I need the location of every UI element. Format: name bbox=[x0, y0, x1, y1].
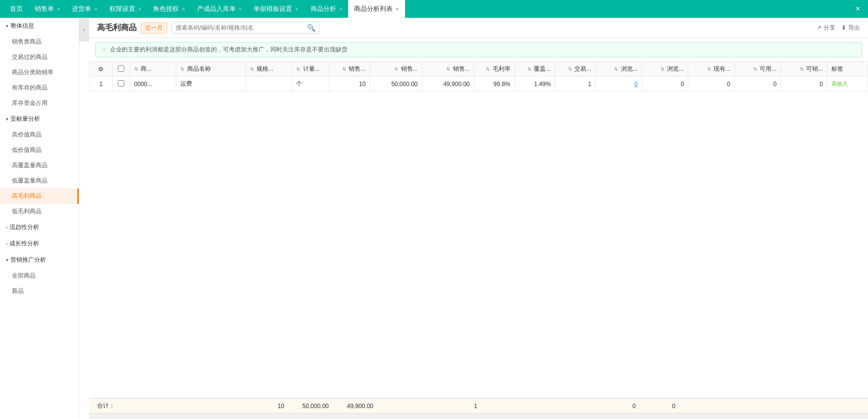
sidebar-item-category-sales-rate[interactable]: 商品分类助销率 bbox=[0, 65, 79, 80]
sidebar-item-low-margin-goods[interactable]: 低毛利商品 bbox=[0, 204, 79, 219]
row-browse2: 0 bbox=[642, 77, 688, 92]
table-container[interactable]: ⚙ ⇅ 商... ⇅ 商品名称 bbox=[89, 61, 868, 398]
close-permission-settings[interactable]: × bbox=[138, 6, 141, 12]
sort-trade-icon: ⇅ bbox=[568, 66, 572, 72]
close-product-analysis-list[interactable]: × bbox=[396, 6, 399, 12]
table-header-row: ⚙ ⇅ 商... ⇅ 商品名称 bbox=[90, 62, 868, 77]
sidebar-section-marketing[interactable]: ▾ 营销推广分析 bbox=[0, 252, 79, 268]
col-header-sales-qty[interactable]: ⇅ 销售... bbox=[329, 62, 370, 77]
col-header-tag: 标签 bbox=[827, 62, 868, 77]
sidebar-item-stock-capital[interactable]: 库存资金占用 bbox=[0, 95, 79, 111]
row-spec bbox=[246, 77, 292, 92]
sidebar-item-new-goods[interactable]: 新品 bbox=[0, 283, 79, 299]
sort-gross-rate-icon: ⇅ bbox=[486, 66, 490, 72]
sidebar-item-in-stock-goods[interactable]: 有库存的商品 bbox=[0, 80, 79, 95]
sort-curr3-icon: ⇅ bbox=[800, 66, 804, 72]
share-icon: ↗ bbox=[817, 24, 821, 31]
close-purchase-order[interactable]: × bbox=[94, 6, 97, 12]
col-header-trade[interactable]: ⇅ 交易... bbox=[555, 62, 596, 77]
collapse-growth-icon: › bbox=[6, 241, 7, 246]
row-sales-qty: 10 bbox=[329, 77, 370, 92]
sort-name-icon: ⇅ bbox=[180, 66, 184, 72]
sidebar-item-low-coverage-goods[interactable]: 低覆盖量商品 bbox=[0, 173, 79, 188]
close-sales-order[interactable]: × bbox=[57, 6, 60, 12]
sidebar-item-low-value-goods[interactable]: 低价值商品 bbox=[0, 142, 79, 158]
col-header-sales-amt[interactable]: ⇅ 销售... bbox=[370, 62, 422, 77]
sidebar-collapse-button[interactable]: ‹ bbox=[79, 18, 89, 42]
nav-template-settings[interactable]: 单据模板设置 × bbox=[248, 0, 304, 18]
close-role-auth[interactable]: × bbox=[182, 6, 185, 12]
close-product-analysis[interactable]: × bbox=[339, 6, 342, 12]
row-gross-rate: 99.8% bbox=[474, 77, 514, 92]
horizontal-scrollbar[interactable] bbox=[89, 413, 868, 419]
row-browse1[interactable]: 0 bbox=[596, 77, 642, 92]
share-button[interactable]: ↗ 分享 bbox=[817, 24, 835, 32]
row-num: 1 bbox=[90, 77, 113, 92]
col-header-code[interactable]: ⇅ 商... bbox=[130, 62, 176, 77]
header-actions: ↗ 分享 ⬇ 导出 bbox=[817, 24, 860, 32]
sidebar-section-overview[interactable]: ▾ 整体信息 bbox=[0, 18, 79, 34]
sidebar-item-traded-goods[interactable]: 交易过的商品 bbox=[0, 49, 79, 65]
footer-label: 合计： bbox=[97, 402, 115, 410]
col-header-browse2[interactable]: ⇅ 浏览... bbox=[642, 62, 688, 77]
nav-product-analysis-list[interactable]: 商品分析列表 × bbox=[348, 0, 405, 18]
nav-role-auth[interactable]: 角色授权 × bbox=[147, 0, 191, 18]
footer-spacer5 bbox=[521, 403, 561, 410]
close-product-inbound[interactable]: × bbox=[239, 6, 242, 12]
sidebar-section-contribution[interactable]: ▾ 贡献量分析 bbox=[0, 111, 79, 127]
col-header-curr2[interactable]: ⇅ 可用... bbox=[734, 62, 781, 77]
sidebar-item-sales-goods[interactable]: 销售类商品 bbox=[0, 34, 79, 49]
sidebar-section-growth[interactable]: › 成长性分析 bbox=[0, 235, 79, 252]
select-all-checkbox[interactable] bbox=[118, 65, 124, 72]
nav-purchase-order[interactable]: 进货单 × bbox=[66, 0, 103, 18]
collapse-arrow-icon: ‹ bbox=[83, 27, 85, 33]
search-input[interactable] bbox=[176, 24, 307, 31]
row-checkbox[interactable] bbox=[118, 80, 124, 87]
col-header-curr1[interactable]: ⇅ 现有... bbox=[688, 62, 735, 77]
row-trade: 1 bbox=[555, 77, 596, 92]
collapse-trend-icon: › bbox=[6, 225, 7, 230]
sidebar-item-high-coverage-goods[interactable]: 高覆盖量商品 bbox=[0, 158, 79, 173]
row-code: 0000... bbox=[130, 77, 176, 92]
nav-product-analysis[interactable]: 商品分析 × bbox=[305, 0, 348, 18]
export-icon: ⬇ bbox=[841, 24, 846, 31]
notice-icon: ☆ bbox=[102, 47, 107, 53]
footer-trade: 1 bbox=[447, 403, 481, 410]
filter-recent-month-button[interactable]: 近一月 bbox=[141, 22, 167, 34]
col-header-spec[interactable]: ⇅ 规格... bbox=[246, 62, 292, 77]
nav-permission-settings[interactable]: 权限设置 × bbox=[103, 0, 147, 18]
row-checkbox-cell bbox=[112, 77, 130, 92]
nav-product-inbound[interactable]: 产成品入库单 × bbox=[191, 0, 248, 18]
col-header-curr3[interactable]: ⇅ 可销... bbox=[781, 62, 827, 77]
sidebar: ▾ 整体信息 销售类商品 交易过的商品 商品分类助销率 有库存的商品 库存资金占… bbox=[0, 18, 79, 419]
sidebar-item-high-value-goods[interactable]: 高价值商品 bbox=[0, 127, 79, 142]
top-nav: 首页 销售单 × 进货单 × 权限设置 × 角色授权 × 产成品入库单 × 单据… bbox=[0, 0, 868, 18]
search-icon[interactable]: 🔍 bbox=[307, 24, 315, 32]
sidebar-item-high-margin-goods[interactable]: 高毛利商品 bbox=[0, 188, 79, 204]
collapse-marketing-icon: ▾ bbox=[6, 257, 8, 263]
sidebar-section-trend[interactable]: › 流趋性分析 bbox=[0, 219, 79, 235]
collapse-contribution-icon: ▾ bbox=[6, 116, 8, 122]
notice-text: 企业的主要的利润都是这部分商品创造的，可考虑加大推广，同时关注库存是不要出现缺货 bbox=[110, 46, 348, 54]
row-sales-amt: 50,000.00 bbox=[370, 77, 422, 92]
col-header-sales-profit[interactable]: ⇅ 销售... bbox=[422, 62, 474, 77]
row-sales-profit: 49,900.00 bbox=[422, 77, 474, 92]
export-button[interactable]: ⬇ 导出 bbox=[841, 24, 860, 32]
sort-coverage-icon: ⇅ bbox=[527, 66, 531, 72]
col-header-browse1[interactable]: ⇅ 浏览... bbox=[596, 62, 642, 77]
settings-icon[interactable]: ⚙ bbox=[98, 66, 103, 73]
main-layout: ▾ 整体信息 销售类商品 交易过的商品 商品分类助销率 有库存的商品 库存资金占… bbox=[0, 18, 868, 419]
footer-spacer4 bbox=[481, 403, 521, 410]
table-row[interactable]: 1 0000... 运费 个 10 50,000.00 49,900.00 99… bbox=[90, 77, 868, 92]
col-header-name[interactable]: ⇅ 商品名称 bbox=[176, 62, 246, 77]
col-header-coverage[interactable]: ⇅ 覆盖... bbox=[514, 62, 555, 77]
search-box: 🔍 bbox=[171, 22, 320, 34]
window-close-button[interactable]: × bbox=[852, 4, 864, 13]
close-template-settings[interactable]: × bbox=[295, 6, 298, 12]
nav-home[interactable]: 首页 bbox=[4, 0, 29, 18]
sidebar-item-all-goods[interactable]: 全部商品 bbox=[0, 268, 79, 283]
col-header-gross-rate[interactable]: ⇅ 毛利率 bbox=[474, 62, 514, 77]
col-header-unit[interactable]: ⇅ 计量... bbox=[292, 62, 329, 77]
browse1-link[interactable]: 0 bbox=[634, 81, 638, 88]
nav-sales-order[interactable]: 销售单 × bbox=[29, 0, 66, 18]
